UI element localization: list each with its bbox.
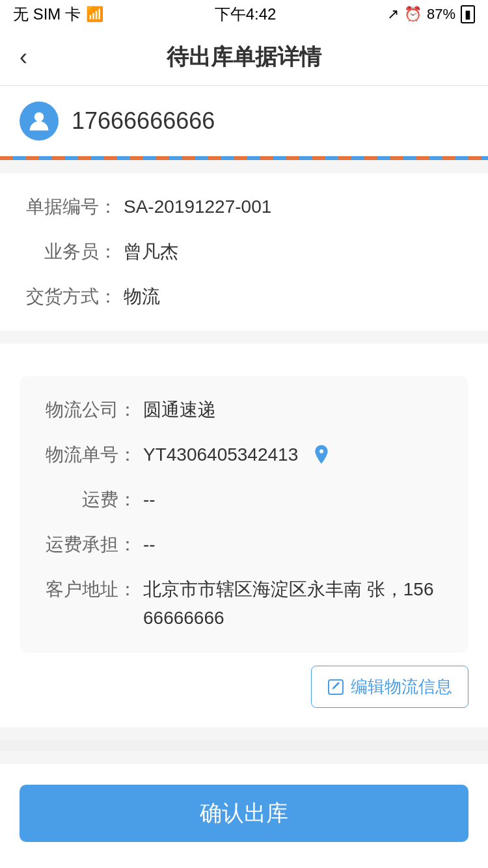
logistics-section: 物流公司： 圆通速递 物流单号： YT4306405342413 运费： -- … bbox=[0, 344, 488, 727]
logistics-card: 物流公司： 圆通速递 物流单号： YT4306405342413 运费： -- … bbox=[20, 376, 468, 653]
alarm-icon: ⏰ bbox=[404, 6, 422, 23]
basic-info-section: 单据编号： SA-20191227-001 业务员： 曾凡杰 交货方式： 物流 bbox=[0, 173, 488, 331]
freight-bearer-row: 运费承担： -- bbox=[39, 530, 449, 560]
freight-bearer-value: -- bbox=[143, 530, 449, 560]
logistics-company-label: 物流公司： bbox=[39, 396, 143, 425]
edit-logistics-btn-area: 编辑物流信息 bbox=[20, 666, 468, 708]
gray-separator bbox=[0, 740, 488, 751]
freight-value: -- bbox=[143, 485, 449, 515]
nav-bar: ‹ 待出库单据详情 bbox=[0, 29, 488, 86]
doc-number-value: SA-20191227-001 bbox=[124, 193, 468, 222]
logistics-company-row: 物流公司： 圆通速递 bbox=[39, 396, 449, 425]
person-icon bbox=[27, 109, 51, 133]
customer-phone: 17666666666 bbox=[72, 107, 215, 135]
salesperson-label: 业务员： bbox=[20, 237, 124, 267]
address-value: 北京市市辖区海淀区永丰南 张，156 66666666 bbox=[143, 575, 449, 634]
battery-label: 87% bbox=[427, 6, 455, 23]
edit-icon bbox=[327, 679, 344, 696]
address-label: 客户地址： bbox=[39, 575, 143, 604]
dashed-divider bbox=[0, 156, 488, 160]
status-left: 无 SIM 卡 📶 bbox=[13, 4, 103, 25]
status-time: 下午4:42 bbox=[215, 4, 277, 25]
freight-bearer-label: 运费承担： bbox=[39, 530, 143, 560]
delivery-method-label: 交货方式： bbox=[20, 282, 124, 312]
back-button[interactable]: ‹ bbox=[20, 37, 40, 77]
salesperson-value: 曾凡杰 bbox=[124, 237, 468, 267]
sim-label: 无 SIM 卡 bbox=[13, 4, 81, 25]
delivery-method-row: 交货方式： 物流 bbox=[20, 282, 468, 312]
svg-point-0 bbox=[34, 113, 44, 122]
tracking-number: YT4306405342413 bbox=[143, 441, 298, 470]
avatar bbox=[20, 102, 59, 141]
battery-icon: ▮ bbox=[461, 5, 475, 23]
tracking-value-row: YT4306405342413 bbox=[143, 441, 449, 470]
status-bar: 无 SIM 卡 📶 下午4:42 ↗ ⏰ 87% ▮ bbox=[0, 0, 488, 29]
page-title: 待出库单据详情 bbox=[167, 42, 321, 72]
location-status-icon: ↗ bbox=[387, 6, 399, 23]
tracking-label: 物流单号： bbox=[39, 441, 143, 470]
location-pin-icon[interactable] bbox=[308, 442, 334, 468]
freight-label: 运费： bbox=[39, 485, 143, 515]
address-row: 客户地址： 北京市市辖区海淀区永丰南 张，156 66666666 bbox=[39, 575, 449, 634]
doc-number-label: 单据编号： bbox=[20, 193, 124, 222]
confirm-btn-area: 确认出库 bbox=[0, 772, 488, 868]
freight-row: 运费： -- bbox=[39, 485, 449, 515]
tracking-number-row: 物流单号： YT4306405342413 bbox=[39, 441, 449, 470]
delivery-method-value: 物流 bbox=[124, 282, 468, 312]
doc-number-row: 单据编号： SA-20191227-001 bbox=[20, 193, 468, 222]
logistics-company-value: 圆通速递 bbox=[143, 396, 449, 425]
edit-logistics-label: 编辑物流信息 bbox=[351, 675, 452, 698]
edit-logistics-button[interactable]: 编辑物流信息 bbox=[311, 666, 468, 708]
confirm-outbound-button[interactable]: 确认出库 bbox=[20, 785, 468, 842]
customer-header: 17666666666 bbox=[0, 86, 488, 156]
salesperson-row: 业务员： 曾凡杰 bbox=[20, 237, 468, 267]
status-right: ↗ ⏰ 87% ▮ bbox=[387, 5, 475, 23]
wifi-icon: 📶 bbox=[86, 6, 103, 23]
